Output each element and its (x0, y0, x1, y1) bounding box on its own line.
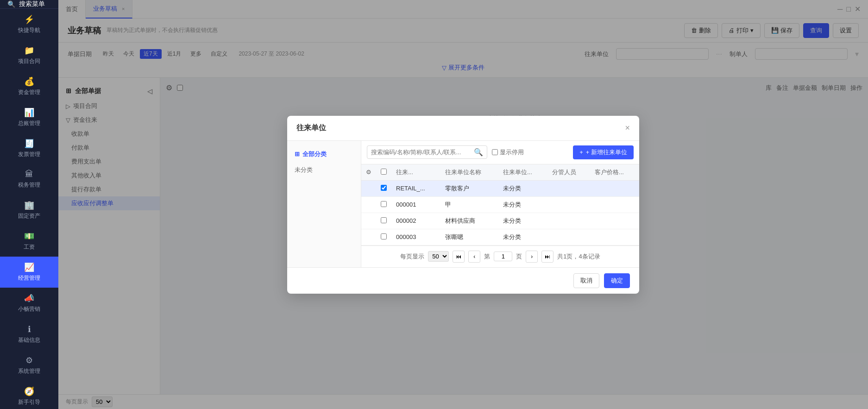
row-name: 材料供应商 (440, 213, 498, 229)
sidebar-item-ops[interactable]: 📈 经营管理 (0, 257, 58, 288)
sidebar-item-tax[interactable]: 🏛 税务管理 (0, 164, 58, 195)
dialog-toolbar: 🔍 显示停用 + + 新增往来单位 (361, 141, 639, 164)
last-page-button[interactable]: ⏭ (541, 251, 554, 263)
row-check[interactable] (381, 201, 387, 207)
table-row[interactable]: 000002 材料供应商 未分类 (361, 213, 639, 229)
table-row[interactable]: RETAIL_... 零散客户 未分类 (361, 180, 639, 196)
row-check[interactable] (381, 217, 387, 223)
table-row[interactable]: 000001 甲 未分类 (361, 196, 639, 213)
project-icon: 📁 (24, 45, 34, 56)
next-page-button[interactable]: › (526, 251, 538, 263)
row-manager (547, 196, 590, 213)
row-checkbox[interactable] (376, 180, 391, 196)
dialog-tree-all[interactable]: ⊞ 全部分类 (287, 146, 361, 162)
row-settings (361, 229, 376, 245)
row-price (590, 213, 639, 229)
row-manager (547, 213, 590, 229)
col-price: 客户价格... (590, 164, 639, 181)
quicknav-icon: ⚡ (24, 14, 34, 25)
counterpart-dialog: 往来单位 × ⊞ 全部分类 未分类 (287, 116, 639, 294)
marketing-icon: 📣 (24, 293, 34, 303)
row-name: 甲 (440, 196, 498, 213)
prev-page-button[interactable]: ‹ (468, 251, 480, 263)
row-settings (361, 180, 376, 196)
show-disabled-wrap: 显示停用 (492, 148, 524, 157)
sidebar-item-project[interactable]: 📁 项目合同 (0, 40, 58, 71)
col-settings[interactable]: ⚙ (361, 164, 376, 181)
dialog-tree: ⊞ 全部分类 未分类 (287, 141, 361, 267)
confirm-button[interactable]: 确定 (604, 273, 630, 288)
dialog-close-button[interactable]: × (625, 123, 630, 133)
sidebar-item-label: 项目合同 (18, 57, 40, 65)
sidebar-item-marketing[interactable]: 📣 小畅营销 (0, 288, 58, 319)
sidebar-item-basic[interactable]: ℹ 基础信息 (0, 319, 58, 350)
dialog-tree-unclassified[interactable]: 未分类 (287, 162, 361, 178)
row-check[interactable] (381, 233, 387, 239)
add-counterpart-button[interactable]: + + 新增往来单位 (573, 145, 634, 159)
sidebar-item-label: 税务管理 (18, 181, 40, 189)
sidebar-item-system[interactable]: ⚙ 系统管理 (0, 350, 58, 381)
sidebar-item-label: 发票管理 (18, 151, 40, 158)
add-icon: + (579, 149, 583, 156)
dialog-title: 往来单位 (296, 123, 326, 133)
assets-icon: 🏢 (24, 200, 34, 210)
row-price (590, 196, 639, 213)
dialog-table-wrap: ⚙ 往来... 往来单位名称 往来单位... (361, 164, 639, 245)
show-disabled-checkbox[interactable] (492, 149, 498, 155)
main-area: 首页 业务草稿 × ─ □ ✕ 业务草稿 草稿转为正式单据时，不会执行满额促销优… (58, 0, 868, 409)
ops-icon: 📈 (24, 262, 34, 272)
first-page-button[interactable]: ⏮ (453, 251, 465, 263)
table-row[interactable]: 000003 张嘶嗯 未分类 (361, 229, 639, 245)
grid-icon: ⊞ (295, 151, 300, 157)
sidebar-item-salary[interactable]: 💵 工资 (0, 226, 58, 257)
row-code: 000003 (391, 229, 440, 245)
table-select-all[interactable] (381, 169, 387, 175)
per-page-select[interactable]: 50 (428, 251, 449, 262)
sidebar-item-label: 基础信息 (18, 336, 40, 344)
row-checkbox[interactable] (376, 196, 391, 213)
app-logo-label: 搜索菜单 (19, 0, 45, 8)
row-code: RETAIL_... (391, 180, 440, 196)
col-code: 往来... (391, 164, 440, 181)
row-price (590, 180, 639, 196)
sidebar-item-label: 固定资产 (18, 212, 40, 220)
app-logo[interactable]: 🔍 搜索菜单 (0, 0, 58, 9)
row-settings (361, 196, 376, 213)
dialog-search-input[interactable] (371, 149, 471, 156)
search-icon: 🔍 (7, 0, 15, 8)
page-label: 第 (484, 252, 490, 261)
cancel-button[interactable]: 取消 (573, 273, 599, 288)
dialog-search-wrap: 🔍 (367, 145, 487, 159)
tax-icon: 🏛 (25, 170, 33, 179)
search-icon: 🔍 (474, 148, 483, 157)
sidebar-item-invoice[interactable]: 🧾 发票管理 (0, 133, 58, 164)
row-name: 张嘶嗯 (440, 229, 498, 245)
col-category: 往来单位... (498, 164, 547, 181)
sidebar-item-label: 小畅营销 (18, 305, 40, 313)
finance-icon: 💰 (24, 76, 34, 87)
sidebar-item-label: 工资 (24, 243, 35, 251)
dialog-footer: 取消 确定 (287, 267, 639, 294)
row-checkbox[interactable] (376, 229, 391, 245)
row-name: 零散客户 (440, 180, 498, 196)
sidebar-item-label: 资金管理 (18, 88, 40, 96)
invoice-icon: 🧾 (24, 138, 34, 149)
row-category: 未分类 (498, 196, 547, 213)
page-number-input[interactable] (494, 252, 512, 261)
row-code: 000002 (391, 213, 440, 229)
col-manager: 分管人员 (547, 164, 590, 181)
sidebar-item-guide[interactable]: 🧭 新手引导 (0, 381, 58, 409)
accounting-icon: 📊 (24, 107, 34, 118)
sidebar-item-quicknav[interactable]: ⚡ 快捷导航 (0, 9, 58, 40)
row-category: 未分类 (498, 180, 547, 196)
sidebar-item-accounting[interactable]: 📊 总账管理 (0, 102, 58, 133)
col-checkbox[interactable] (376, 164, 391, 181)
counterpart-table: ⚙ 往来... 往来单位名称 往来单位... (361, 164, 639, 245)
sidebar-item-label: 快捷导航 (18, 26, 40, 34)
row-check[interactable] (381, 185, 387, 191)
row-checkbox[interactable] (376, 213, 391, 229)
sidebar-item-assets[interactable]: 🏢 固定资产 (0, 195, 58, 226)
row-manager (547, 180, 590, 196)
sidebar-item-finance[interactable]: 💰 资金管理 (0, 71, 58, 102)
dialog-header: 往来单位 × (287, 116, 639, 141)
